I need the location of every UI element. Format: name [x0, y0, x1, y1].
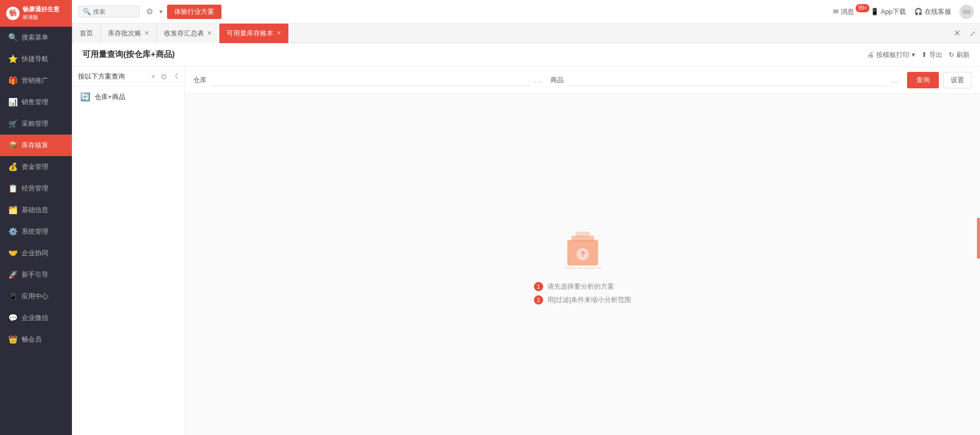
- logo-icon: 畅: [6, 7, 20, 20]
- search-input[interactable]: [93, 8, 134, 15]
- message-icon: ✉: [833, 8, 839, 15]
- sidebar-label-member: 畅会员: [22, 335, 42, 344]
- gift-icon: 🎁: [8, 76, 17, 85]
- sidebar-scroll: 🔍 搜索菜单 ⭐ 快捷导航 🎁 营销推广 📊 销售管理 🛒 采购管理 📦 库存核…: [0, 27, 72, 435]
- tab-available-qty[interactable]: 可用量库存账本 ✕: [219, 24, 289, 43]
- sidebar-item-marketing[interactable]: 🎁 营销推广: [0, 70, 72, 91]
- topbar-right: ✉ 消息 99+ 📱 App下载 🎧 在线客服 Rit: [833, 5, 974, 19]
- online-service-btn[interactable]: 🎧 在线客服: [914, 7, 951, 16]
- folder-icon: 🗂️: [8, 205, 17, 215]
- settings-scheme-icon[interactable]: ⊙: [161, 72, 167, 81]
- money-icon: 💰: [8, 162, 17, 172]
- sidebar-item-wechat[interactable]: 💬 企业微信: [0, 307, 72, 329]
- tab-batch-ledger-close[interactable]: ✕: [144, 30, 149, 36]
- app-download-btn[interactable]: 📱 App下载: [871, 7, 906, 16]
- refresh-btn[interactable]: ↻ 刷新: [949, 50, 970, 60]
- app-download-label: App下载: [881, 7, 906, 16]
- page-title: 可用量查询(按仓库+商品): [82, 49, 867, 60]
- main-content: 🔍 ⚙ ▾ 体验行业方案 ✉ 消息 99+ 📱 App下载 🎧 在线客服 Rit: [72, 0, 980, 435]
- mobile-icon: 📱: [8, 292, 17, 301]
- collapse-panel-icon[interactable]: 《: [171, 72, 178, 81]
- tab-home-label: 首页: [80, 29, 93, 38]
- tabs-bar: 首页 库存批次账 ✕ 收发存汇总表 ✕ 可用量库存账本 ✕ ✕ ⤢: [72, 24, 980, 43]
- chevron-down-icon[interactable]: ▾: [159, 8, 163, 15]
- svg-rect-2: [576, 232, 590, 237]
- tab-batch-ledger[interactable]: 库存批次账 ✕: [101, 24, 157, 43]
- sidebar-label-cooperation: 企业协同: [22, 249, 48, 258]
- rocket-icon: 🚀: [8, 270, 17, 279]
- headset-icon: 🎧: [914, 8, 922, 15]
- left-panel-title: 按以下方案查询: [78, 72, 145, 81]
- filter-bar: 仓库 … 商品 … 查询 设置: [185, 67, 980, 94]
- sidebar-label-inventory: 库存核算: [22, 141, 48, 150]
- sidebar-logo: 畅 畅康通好生意 标准版: [0, 0, 72, 27]
- left-panel-header: 按以下方案查询 ＋ ⊙ 《: [72, 67, 184, 87]
- goods-more-icon[interactable]: …: [891, 75, 899, 85]
- sidebar-item-finance[interactable]: 💰 资金管理: [0, 156, 72, 178]
- refresh-label: 刷新: [956, 50, 970, 60]
- tab-collect-ledger-close[interactable]: ✕: [207, 30, 212, 36]
- sidebar-item-onboard[interactable]: 🚀 新手引导: [0, 264, 72, 286]
- sidebar-item-operations[interactable]: 📋 经营管理: [0, 178, 72, 199]
- sidebar-label-basics: 基础信息: [22, 205, 48, 215]
- sidebar-item-inventory[interactable]: 📦 库存核算: [0, 135, 72, 156]
- right-panel: 仓库 … 商品 … 查询 设置: [185, 67, 980, 435]
- empty-state: ? 1 请先选择要分析的方案 2 用[过滤]条件来缩小分析范围: [185, 94, 980, 435]
- mobile-download-icon: 📱: [871, 8, 879, 15]
- star-icon: ⭐: [8, 54, 17, 64]
- sidebar-item-system[interactable]: ⚙️ 系统管理: [0, 221, 72, 242]
- sidebar-item-purchase[interactable]: 🛒 采购管理: [0, 113, 72, 135]
- message-badge: 99+: [856, 4, 870, 12]
- tabs-expand-btn[interactable]: ⤢: [966, 29, 980, 37]
- industry-btn[interactable]: 体验行业方案: [167, 5, 221, 19]
- tab-collect-ledger[interactable]: 收发存汇总表 ✕: [157, 24, 219, 43]
- sidebar-item-search[interactable]: 🔍 搜索菜单: [0, 27, 72, 48]
- avatar-initials: Rit: [963, 9, 970, 15]
- message-label: 消息: [841, 7, 854, 16]
- refresh-icon: ↻: [949, 51, 954, 59]
- add-scheme-icon[interactable]: ＋: [150, 72, 157, 81]
- sidebar-label-search: 搜索菜单: [22, 33, 48, 42]
- warehouse-input[interactable]: [210, 74, 531, 86]
- tip-num-2: 2: [534, 295, 543, 305]
- sidebar-item-basics[interactable]: 🗂️ 基础信息: [0, 199, 72, 221]
- sidebar-item-member[interactable]: 👑 畅会员: [0, 329, 72, 350]
- warehouse-more-icon[interactable]: …: [534, 75, 542, 85]
- avatar[interactable]: Rit: [959, 5, 974, 19]
- sidebar-label-purchase: 采购管理: [22, 119, 48, 128]
- print-chevron-icon[interactable]: ▾: [912, 51, 915, 59]
- sidebar-label-quick-nav: 快捷导航: [22, 54, 48, 64]
- crown-icon: 👑: [8, 335, 17, 344]
- sidebar-item-app-center[interactable]: 📱 应用中心: [0, 286, 72, 307]
- sidebar-item-sales[interactable]: 📊 销售管理: [0, 91, 72, 113]
- logo-name: 畅康通好生意: [23, 6, 60, 14]
- sidebar: 畅 畅康通好生意 标准版 🔍 搜索菜单 ⭐ 快捷导航 🎁 营销推广 📊 销售管理…: [0, 0, 72, 435]
- left-panel: 按以下方案查询 ＋ ⊙ 《 🔄 仓库+商品: [72, 67, 185, 435]
- tab-available-qty-close[interactable]: ✕: [276, 30, 281, 36]
- logo-tag: 标准版: [23, 14, 60, 21]
- query-button[interactable]: 查询: [907, 72, 939, 88]
- search-box[interactable]: 🔍: [78, 6, 140, 17]
- sidebar-label-onboard: 新手引导: [22, 270, 48, 279]
- settings-button[interactable]: 设置: [943, 72, 972, 88]
- sidebar-label-app-center: 应用中心: [22, 292, 48, 301]
- goods-label: 商品: [550, 75, 564, 85]
- message-btn[interactable]: ✉ 消息 99+: [833, 7, 862, 16]
- scheme-warehouse-goods[interactable]: 🔄 仓库+商品: [72, 87, 184, 107]
- sidebar-item-quick-nav[interactable]: ⭐ 快捷导航: [0, 48, 72, 70]
- right-scrollbar[interactable]: [977, 218, 980, 259]
- topbar: 🔍 ⚙ ▾ 体验行业方案 ✉ 消息 99+ 📱 App下载 🎧 在线客服 Rit: [72, 0, 980, 24]
- tip-text-2: 用[过滤]条件来缩小分析范围: [547, 295, 631, 305]
- empty-tip-2: 2 用[过滤]条件来缩小分析范围: [534, 295, 631, 305]
- tab-home[interactable]: 首页: [72, 24, 101, 43]
- tabs-close-all-btn[interactable]: ✕: [949, 28, 966, 38]
- sidebar-item-cooperation[interactable]: 🤝 企业协同: [0, 242, 72, 264]
- goods-input[interactable]: [567, 74, 888, 86]
- settings-icon[interactable]: ⚙: [144, 5, 155, 18]
- warehouse-filter: 仓库 …: [193, 74, 542, 86]
- sidebar-label-operations: 经营管理: [22, 184, 48, 193]
- box-icon: 📦: [8, 141, 17, 150]
- export-btn[interactable]: ⬆ 导出: [921, 50, 942, 60]
- print-template-btn[interactable]: 🖨 按模板打印 ▾: [867, 50, 915, 60]
- page-actions: 🖨 按模板打印 ▾ ⬆ 导出 ↻ 刷新: [867, 50, 970, 60]
